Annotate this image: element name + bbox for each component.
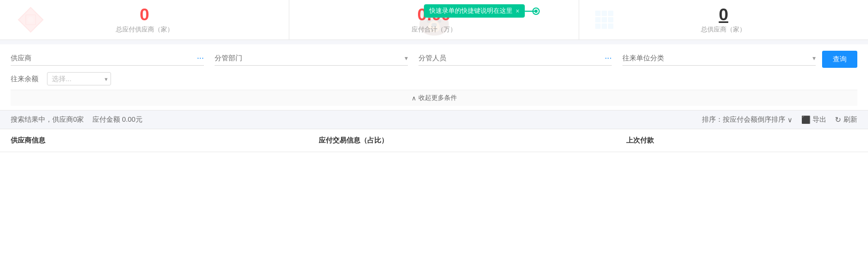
collapse-icon: ∧ — [412, 95, 416, 102]
collapse-btn[interactable]: ∧ 收起更多条件 — [11, 90, 857, 106]
results-summary-text: 搜索结果中，供应商0家 — [11, 115, 84, 123]
sort-btn[interactable]: 排序：按应付会额倒序排序 ∨ — [702, 115, 793, 124]
stat-label-payable-suppliers: 总应付供应商（家） — [116, 25, 173, 34]
table-header: 供应商信息 应付交易信息（占比） 上次付款 — [0, 129, 868, 152]
tooltip-close-btn[interactable]: × — [516, 7, 519, 15]
unit-input[interactable] — [668, 54, 810, 62]
balance-select-wrap: 选择... — [47, 72, 111, 85]
dept-label: 分管部门 — [215, 53, 242, 63]
tooltip-dot — [533, 9, 539, 14]
supplier-field: 供应商 ··· — [11, 53, 204, 66]
person-dots-btn[interactable]: ··· — [605, 53, 612, 63]
table-body — [0, 152, 868, 275]
sort-label: 排序：按应付会额倒序排序 — [702, 115, 785, 124]
tooltip-text: 快速录单的快捷键说明在这里 — [429, 6, 512, 15]
export-label: 导出 — [812, 115, 826, 124]
top-stats-bar: 0 总应付供应商（家） 🐻 0.00 应付合计（万） 快速录单的快捷键说明在这里… — [0, 0, 868, 40]
stat-label-total-suppliers: 总供应商（家） — [701, 25, 746, 34]
balance-select[interactable]: 选择... — [47, 72, 111, 85]
unit-arrow-icon[interactable]: ▾ — [812, 54, 816, 62]
export-icon: ⬛ — [801, 115, 810, 124]
results-bar: 搜索结果中，供应商0家 应付金额 0.00元 排序：按应付会额倒序排序 ∨ ⬛ … — [0, 111, 868, 129]
refresh-label: 刷新 — [843, 115, 857, 124]
refresh-icon: ↻ — [835, 115, 841, 124]
dept-input[interactable] — [247, 54, 403, 62]
supplier-input[interactable] — [36, 54, 195, 62]
search-row-2: 往来余额 选择... — [11, 72, 857, 85]
person-field: 分管人员 ··· — [419, 53, 612, 66]
stat-total-suppliers: 0 总供应商（家） — [579, 0, 868, 40]
balance-label: 往来余额 — [11, 74, 38, 84]
dept-arrow-icon[interactable]: ▾ — [405, 54, 408, 62]
search-button[interactable]: 查询 — [822, 51, 857, 68]
unit-field: 往来单位分类 ▾ — [622, 53, 816, 66]
stat-total-payable-suppliers: 0 总应付供应商（家） — [0, 0, 289, 40]
sort-arrow-icon: ∨ — [787, 116, 793, 124]
results-summary: 搜索结果中，供应商0家 应付金额 0.00元 — [11, 115, 143, 124]
supplier-dots-btn[interactable]: ··· — [197, 53, 204, 63]
svg-point-0 — [28, 17, 34, 23]
results-amount-text: 应付金额 0.00元 — [92, 115, 143, 123]
unit-label: 往来单位分类 — [622, 53, 664, 63]
export-btn[interactable]: ⬛ 导出 — [801, 115, 826, 124]
stat-number-payable-suppliers: 0 — [140, 5, 149, 24]
stat-payable-total: 🐻 0.00 应付合计（万） 快速录单的快捷键说明在这里 × — [289, 0, 579, 40]
col-header-payment: 上次付款 — [626, 136, 857, 145]
dept-field: 分管部门 ▾ — [215, 53, 408, 66]
stat-number-total-suppliers: 0 — [719, 5, 728, 24]
col-header-supplier: 供应商信息 — [11, 136, 319, 145]
collapse-label: 收起更多条件 — [419, 93, 457, 103]
results-actions: 排序：按应付会额倒序排序 ∨ ⬛ 导出 ↻ 刷新 — [702, 115, 857, 124]
search-row-1: 供应商 ··· 分管部门 ▾ 分管人员 ··· 往来单位分类 ▾ 查询 — [11, 51, 857, 68]
grid-decoration-icon — [595, 11, 613, 29]
person-label: 分管人员 — [419, 53, 446, 63]
tooltip-balloon: 快速录单的快捷键说明在这里 × — [424, 4, 525, 18]
refresh-btn[interactable]: ↻ 刷新 — [835, 115, 857, 124]
person-input[interactable] — [451, 54, 603, 62]
supplier-label: 供应商 — [11, 53, 31, 63]
balance-field: 往来余额 选择... — [11, 72, 111, 85]
search-area: 供应商 ··· 分管部门 ▾ 分管人员 ··· 往来单位分类 ▾ 查询 往来余额 — [0, 44, 868, 111]
col-header-transaction: 应付交易信息（占比） — [319, 136, 627, 145]
